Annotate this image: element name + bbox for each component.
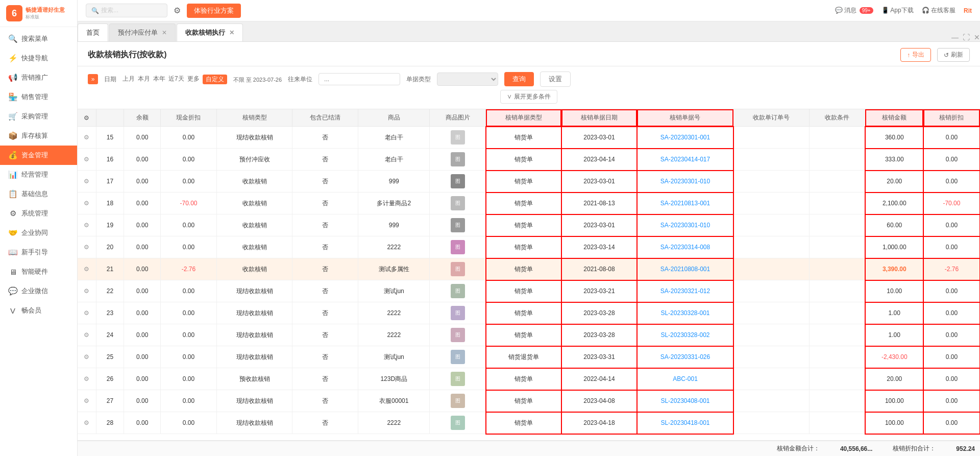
cell-gear[interactable]: ⚙ bbox=[78, 193, 96, 214]
cell-cancel-bill-no[interactable]: SA-20230301-010 bbox=[637, 171, 733, 193]
date-this-year[interactable]: 本年 bbox=[153, 75, 165, 84]
messages-btn[interactable]: 💬 消息 99+ bbox=[835, 6, 873, 15]
sidebar-item-enterprise[interactable]: 🤝企业协同 bbox=[0, 223, 77, 243]
cell-cancel-bill-no[interactable]: SA-20210808-001 bbox=[637, 258, 733, 280]
cancel-discount-total-label: 核销折扣合计： bbox=[893, 444, 936, 453]
cell-cancel-bill-no[interactable]: SA-20230331-026 bbox=[637, 346, 733, 368]
cell-gear[interactable]: ⚙ bbox=[78, 280, 96, 302]
cell-goods-img: 图 bbox=[430, 368, 486, 390]
export-button[interactable]: ↑ 导出 bbox=[900, 48, 931, 62]
cell-gear[interactable]: ⚙ bbox=[78, 214, 96, 236]
cell-include-settled: 否 bbox=[292, 412, 358, 434]
sidebar-item-guide[interactable]: 📖新手引导 bbox=[0, 243, 77, 262]
cell-gear[interactable]: ⚙ bbox=[78, 302, 96, 324]
filter-expand-button[interactable]: » bbox=[88, 74, 98, 84]
window-close-btn[interactable]: ✕ bbox=[974, 33, 980, 41]
tab-prepay-close[interactable]: ✕ bbox=[162, 29, 167, 36]
cell-goods: 2222 bbox=[358, 412, 430, 434]
settings-icon[interactable]: ⚙ bbox=[174, 6, 181, 15]
sidebar-item-funds[interactable]: 💰资金管理 bbox=[0, 146, 77, 165]
sidebar-item-smart-hw[interactable]: 🖥智能硬件 bbox=[0, 262, 77, 281]
cell-gear[interactable]: ⚙ bbox=[78, 390, 96, 412]
sidebar-item-system[interactable]: ⚙系统管理 bbox=[0, 204, 77, 223]
industry-solution-button[interactable]: 体验行业方案 bbox=[187, 4, 241, 18]
sidebar-item-operations[interactable]: 📊经营管理 bbox=[0, 165, 77, 184]
sidebar-item-label: 新手引导 bbox=[21, 248, 48, 257]
cell-cancel-bill-no[interactable]: SL-20230408-001 bbox=[637, 390, 733, 412]
cell-cancel-type: 收款核销 bbox=[216, 214, 292, 236]
filter-settings-button[interactable]: 设置 bbox=[540, 71, 571, 87]
date-this-month[interactable]: 本月 bbox=[138, 75, 150, 84]
cell-cancel-bill-no[interactable]: SA-20230414-017 bbox=[637, 149, 733, 171]
date-more[interactable]: 更多 bbox=[187, 75, 200, 84]
cell-cancel-bill-no[interactable]: SA-20230321-012 bbox=[637, 280, 733, 302]
cell-cancel-bill-date: 2023-03-28 bbox=[561, 302, 637, 324]
basic-info-icon: 📋 bbox=[8, 189, 17, 199]
cell-gear[interactable]: ⚙ bbox=[78, 258, 96, 280]
cell-cancel-bill-no[interactable]: SA-20210813-001 bbox=[637, 193, 733, 214]
expand-more-conditions-btn[interactable]: ∨ 展开更多条件 bbox=[500, 90, 557, 104]
window-minimize-btn[interactable]: — bbox=[951, 33, 959, 41]
cell-cancel-amount: 360.00 bbox=[865, 127, 923, 149]
sidebar-item-inventory[interactable]: 📦库存核算 bbox=[0, 126, 77, 146]
sidebar-item-basic-info[interactable]: 📋基础信息 bbox=[0, 184, 77, 204]
sidebar-item-label: 企业协同 bbox=[21, 228, 48, 237]
cell-gear[interactable]: ⚙ bbox=[78, 171, 96, 193]
cell-include-settled: 否 bbox=[292, 258, 358, 280]
cell-cancel-bill-no[interactable]: SA-20230301-001 bbox=[637, 127, 733, 149]
top-header: 🔍 搜索... ⚙ 体验行业方案 💬 消息 99+ 📱 App下载 🎧 在线客服… bbox=[78, 0, 980, 21]
cell-gear[interactable]: ⚙ bbox=[78, 236, 96, 258]
th-settings[interactable]: ⚙ bbox=[78, 109, 96, 127]
date-7days[interactable]: 近7天 bbox=[168, 75, 184, 84]
tab-collection-close[interactable]: ✕ bbox=[229, 29, 234, 36]
global-search-bar[interactable]: 🔍 搜索... bbox=[86, 4, 167, 17]
cell-cash-discount: 0.00 bbox=[161, 324, 217, 346]
cell-cancel-bill-no[interactable]: SA-20230301-010 bbox=[637, 214, 733, 236]
cell-cancel-bill-no[interactable]: SA-20230314-008 bbox=[637, 236, 733, 258]
table-row: ⚙ 27 0.00 0.00 现结收款核销 否 衣服00001 图 销货单 20… bbox=[78, 390, 980, 412]
from-unit-input[interactable] bbox=[318, 73, 400, 85]
sidebar-item-member[interactable]: V畅会员 bbox=[0, 301, 77, 320]
tab-collection[interactable]: 收款核销执行 ✕ bbox=[177, 23, 243, 41]
single-type-select[interactable] bbox=[437, 73, 498, 86]
cell-cancel-bill-no[interactable]: SL-20230328-002 bbox=[637, 324, 733, 346]
query-button[interactable]: 查询 bbox=[504, 72, 534, 86]
search-icon: 🔍 bbox=[8, 34, 17, 43]
online-service-btn[interactable]: 🎧 在线客服 bbox=[922, 6, 955, 15]
cell-cancel-type: 收款核销 bbox=[216, 193, 292, 214]
tab-prepay[interactable]: 预付冲应付单 ✕ bbox=[109, 23, 176, 41]
th-balance: 余额 bbox=[124, 109, 161, 127]
sidebar-item-wechat[interactable]: 💬企业微信 bbox=[0, 281, 77, 301]
date-custom[interactable]: 自定义 bbox=[203, 75, 227, 84]
cell-gear[interactable]: ⚙ bbox=[78, 149, 96, 171]
cell-include-settled: 否 bbox=[292, 127, 358, 149]
cell-cancel-amount: 2,100.00 bbox=[865, 193, 923, 214]
cell-include-settled: 否 bbox=[292, 324, 358, 346]
sidebar-item-search[interactable]: 🔍搜索菜单 bbox=[0, 29, 77, 49]
sidebar-item-purchase[interactable]: 🛒采购管理 bbox=[0, 107, 77, 126]
app-download-btn[interactable]: 📱 App下载 bbox=[881, 6, 914, 15]
cell-cancel-bill-no[interactable]: SL-20230328-001 bbox=[637, 302, 733, 324]
cell-include-settled: 否 bbox=[292, 193, 358, 214]
sidebar-item-sales[interactable]: 🏪销售管理 bbox=[0, 87, 77, 107]
sidebar-item-quick-nav[interactable]: ⚡快捷导航 bbox=[0, 49, 77, 68]
sidebar-item-label: 采购管理 bbox=[21, 112, 48, 121]
cell-gear[interactable]: ⚙ bbox=[78, 346, 96, 368]
marketing-icon: 📢 bbox=[8, 73, 17, 82]
cell-gear[interactable]: ⚙ bbox=[78, 368, 96, 390]
cell-cancel-bill-no[interactable]: SL-20230418-001 bbox=[637, 412, 733, 434]
cell-gear[interactable]: ⚙ bbox=[78, 127, 96, 149]
window-maximize-btn[interactable]: ⛶ bbox=[963, 33, 970, 41]
sidebar-item-marketing[interactable]: 📢营销推广 bbox=[0, 68, 77, 87]
tab-home[interactable]: 首页 bbox=[78, 23, 108, 41]
cell-cancel-type: 现结收款核销 bbox=[216, 324, 292, 346]
date-last-month[interactable]: 上月 bbox=[122, 75, 135, 84]
cell-cancel-bill-no[interactable]: ABC-001 bbox=[637, 368, 733, 390]
cell-gear[interactable]: ⚙ bbox=[78, 412, 96, 434]
cell-collection-condition bbox=[809, 193, 865, 214]
sidebar-item-label: 库存核算 bbox=[21, 131, 48, 140]
refresh-button[interactable]: ↺ 刷新 bbox=[937, 48, 970, 62]
cell-gear[interactable]: ⚙ bbox=[78, 324, 96, 346]
inventory-icon: 📦 bbox=[8, 131, 17, 140]
user-avatar[interactable]: Rit bbox=[964, 7, 972, 14]
